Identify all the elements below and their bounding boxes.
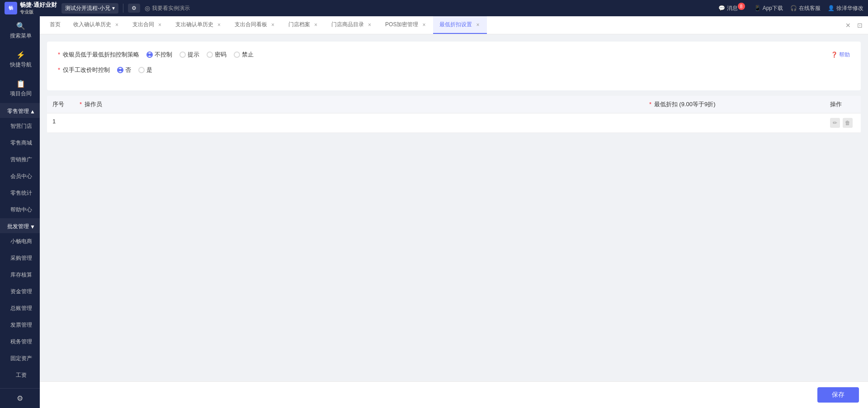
tab-pos-password-close[interactable]: × xyxy=(421,22,427,28)
logo-edition: 专业版 xyxy=(20,9,57,15)
edit-row-btn[interactable]: ✏ xyxy=(830,118,840,128)
sidebar-item-project-label: 项目合同 xyxy=(10,90,32,98)
manual-price-radio-group: 否 是 xyxy=(117,66,152,74)
radio-manual-yes[interactable]: 是 xyxy=(138,66,152,74)
tab-close-all-btn[interactable]: ✕ xyxy=(844,20,853,31)
purchase-mgmt-label: 采购管理 xyxy=(10,255,32,261)
sidebar-item-inventory[interactable]: 库存核算 xyxy=(0,267,40,283)
message-icon: 💬 xyxy=(718,5,725,11)
radio-no-control-circle xyxy=(146,52,153,58)
sidebar-item-help-center[interactable]: 帮助中心 xyxy=(0,202,40,218)
tab-payment-history-close[interactable]: × xyxy=(216,22,222,28)
tab-home-label: 首页 xyxy=(50,21,61,28)
sidebar-item-retail-stats[interactable]: 零售统计 xyxy=(0,185,40,202)
action-icons: ✏ 🗑 xyxy=(830,118,855,128)
save-button[interactable]: 保存 xyxy=(817,387,859,403)
sidebar-item-member-center[interactable]: 会员中心 xyxy=(0,168,40,185)
app-download-btn[interactable]: 📱 App下载 xyxy=(754,5,783,12)
th-min-discount: * 最低折扣 (9.00等于9折) xyxy=(644,96,825,113)
ecommerce-label: 小畅电商 xyxy=(10,238,32,244)
delete-row-btn[interactable]: 🗑 xyxy=(843,118,853,128)
tab-min-discount[interactable]: 最低折扣设置 × xyxy=(433,16,487,34)
tab-payment-board[interactable]: 支出合同看板 × xyxy=(228,16,282,34)
sidebar-gear-btn[interactable]: ⚙ xyxy=(0,389,40,408)
tab-store-products[interactable]: 门店商品目录 × xyxy=(325,16,379,34)
radio-manual-no[interactable]: 否 xyxy=(117,66,131,74)
tab-payment-board-label: 支出合同看板 xyxy=(235,21,267,28)
demo-btn[interactable]: ◎ 我要看实例演示 xyxy=(145,5,190,12)
tab-home[interactable]: 首页 xyxy=(43,16,67,34)
tab-payment-board-close[interactable]: × xyxy=(270,22,276,28)
sidebar-item-project-contract[interactable]: 📋 项目合同 xyxy=(0,74,40,103)
quick-nav-icon: ⚡ xyxy=(16,51,25,59)
sidebar-item-invoice-mgmt[interactable]: 发票管理 xyxy=(0,317,40,333)
sidebar-item-payroll[interactable]: 工资 xyxy=(0,367,40,384)
th-seq-label: 序号 xyxy=(52,101,64,108)
project-selector[interactable]: 测试分开流程-小兄 ▾ xyxy=(61,3,118,14)
bottom-bar: 保存 xyxy=(40,381,868,408)
table-card: 序号 * 操作员 * 最低折扣 (9.00等于9折) 操作 xyxy=(47,96,861,133)
radio-prompt[interactable]: 提示 xyxy=(179,51,199,59)
marketing-label: 营销推广 xyxy=(10,156,32,163)
tab-payment-contract-close[interactable]: × xyxy=(157,22,163,28)
radio-forbid[interactable]: 禁止 xyxy=(234,51,254,59)
sidebar-item-retail-mgmt[interactable]: 零售管理 ▲ xyxy=(0,103,40,118)
tab-min-discount-label: 最低折扣设置 xyxy=(439,21,472,28)
settings-btn[interactable]: ⚙ xyxy=(128,4,140,13)
retail-stats-label: 零售统计 xyxy=(10,190,32,196)
tab-min-discount-close[interactable]: × xyxy=(475,22,481,28)
sidebar-item-retail-mall[interactable]: 零售商城 xyxy=(0,135,40,151)
tab-income-history-close[interactable]: × xyxy=(114,22,120,28)
sidebar-item-ecommerce[interactable]: 小畅电商 xyxy=(0,233,40,250)
inventory-label: 库存核算 xyxy=(10,272,32,278)
sidebar-bottom: ⚙ xyxy=(0,388,40,408)
retail-mgmt-label: 零售管理 xyxy=(7,108,29,115)
online-service-btn[interactable]: 🎧 在线客服 xyxy=(790,5,821,12)
table-row: 1 ✏ xyxy=(47,113,861,133)
download-icon: 📱 xyxy=(754,5,761,11)
tab-income-history[interactable]: 收入确认单历史 × xyxy=(67,16,126,34)
sidebar-item-accounting[interactable]: 总账管理 xyxy=(0,300,40,317)
page-content: * 收银员低于最低折扣控制策略 不控制 提示 xyxy=(40,34,868,381)
user-name: 徐泽华修改 xyxy=(836,5,863,12)
discount-policy-row: * 收银员低于最低折扣控制策略 不控制 提示 xyxy=(58,51,850,59)
tab-pos-password[interactable]: POS加密管理 × xyxy=(379,16,433,34)
tab-pos-password-label: POS加密管理 xyxy=(385,21,418,28)
sidebar-item-fixed-assets[interactable]: 固定资产 xyxy=(0,350,40,367)
logo-icon: 畅 xyxy=(5,2,17,14)
tab-store-archive-close[interactable]: × xyxy=(313,22,319,28)
cell-discount[interactable] xyxy=(644,113,825,133)
sidebar-item-quick-nav[interactable]: ⚡ 快捷导航 xyxy=(0,45,40,74)
radio-password-circle xyxy=(207,52,213,58)
cell-operator[interactable] xyxy=(74,113,644,133)
sidebar-item-search[interactable]: 🔍 搜索菜单 xyxy=(0,16,40,45)
messages-btn[interactable]: 💬 消息 8 xyxy=(718,5,747,12)
tab-expand-btn[interactable]: ⊡ xyxy=(855,20,864,31)
help-link[interactable]: ❓ 帮助 xyxy=(831,51,850,59)
radio-manual-no-circle xyxy=(117,67,123,73)
tab-store-products-close[interactable]: × xyxy=(367,22,373,28)
th-operator: * 操作员 xyxy=(74,96,644,113)
th-discount-label: 最低折扣 (9.00等于9折) xyxy=(654,101,716,108)
sidebar-item-wholesale-mgmt[interactable]: 批发管理 ▼ xyxy=(0,218,40,233)
th-seq: 序号 xyxy=(47,96,74,113)
radio-no-control[interactable]: 不控制 xyxy=(146,51,172,59)
project-dropdown-icon: ▾ xyxy=(112,5,115,11)
radio-password-label: 密码 xyxy=(215,51,226,59)
sidebar-item-marketing[interactable]: 营销推广 xyxy=(0,151,40,168)
fixed-assets-label: 固定资产 xyxy=(10,355,32,361)
sidebar-item-tax-mgmt[interactable]: 税务管理 xyxy=(0,333,40,350)
sidebar-item-smart-store[interactable]: 智营门店 xyxy=(0,118,40,135)
table-header-row: 序号 * 操作员 * 最低折扣 (9.00等于9折) 操作 xyxy=(47,96,861,113)
tab-store-archive[interactable]: 门店档案 × xyxy=(282,16,325,34)
sidebar-item-fund-mgmt[interactable]: 资金管理 xyxy=(0,283,40,300)
user-btn[interactable]: 👤 徐泽华修改 xyxy=(828,5,863,12)
accounting-label: 总账管理 xyxy=(10,305,32,311)
edit-icon: ✏ xyxy=(833,120,837,126)
cell-actions: ✏ 🗑 xyxy=(825,113,861,133)
smart-store-label: 智营门店 xyxy=(10,123,32,129)
tab-payment-history[interactable]: 支出确认单历史 × xyxy=(169,16,228,34)
tab-payment-contract[interactable]: 支出合同 × xyxy=(126,16,169,34)
sidebar-item-purchase-mgmt[interactable]: 采购管理 xyxy=(0,250,40,267)
radio-password[interactable]: 密码 xyxy=(207,51,226,59)
